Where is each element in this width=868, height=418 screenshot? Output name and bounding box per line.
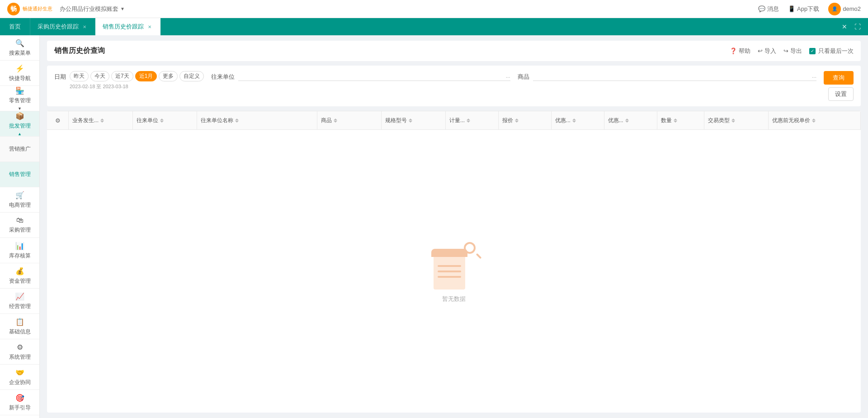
user-avatar[interactable]: 👤 demo2 [828,3,861,15]
import-icon: ↩ [758,48,763,54]
doc-line1 [438,265,461,267]
app-download-nav[interactable]: 📱 App下载 [788,5,819,13]
sidebar-item-sales-mgmt[interactable]: 销售管理 [0,162,39,187]
magnifier-circle [464,242,476,254]
date-filter-group: 日期 昨天 今天 近7天 近1月 更多 自定义 2023-02-18 至 202… [54,71,204,90]
query-button[interactable]: 查询 [824,71,854,85]
page-header: 销售历史价查询 ❓ 帮助 ↩ 导入 ↪ 导出 ✓ [47,41,861,61]
date-btn-yesterday[interactable]: 昨天 [70,71,89,81]
sidebar-item-app-center[interactable]: 📱 应用中心 [0,415,39,418]
th-product[interactable]: 商品 [317,111,382,129]
th-counterpart-name-label: 往来单位名称 [201,117,233,124]
th-trade-type[interactable]: 交易类型 [704,111,769,129]
sidebar-item-ecommerce-mgmt[interactable]: 🛒 电商管理 [0,187,39,213]
tab-purchase-history[interactable]: 采购历史价跟踪 ✕ [30,18,95,35]
th-quantity[interactable]: 数量 [657,111,704,129]
product-filter-label: 商品 [518,71,529,81]
sidebar-item-label: 营销推广 [9,145,31,153]
th-discount1[interactable]: 优惠... [552,111,604,129]
tab-bar: 首页 采购历史价跟踪 ✕ 销售历史价跟踪 ✕ ✕ ⛶ [0,18,868,35]
th-pretax-price[interactable]: 优惠前无税单价 [769,111,861,129]
sort-icon [812,119,816,123]
message-icon: 💬 [758,5,765,12]
checkbox-checked-icon: ✓ [809,48,816,54]
th-quoted-price[interactable]: 报价 [499,111,552,129]
counterpart-filter-input[interactable] [238,71,505,81]
sort-icon [235,119,239,123]
product-filter-dots[interactable]: ... [812,73,816,79]
sidebar-item-purchase-mgmt[interactable]: 🛍 采购管理 [0,213,39,238]
help-action[interactable]: ❓ 帮助 [730,47,750,55]
import-action[interactable]: ↩ 导入 [758,47,776,55]
only-last-checkbox[interactable]: ✓ 只看最后一次 [809,47,854,55]
sidebar-item-basic-info[interactable]: 📋 基础信息 [0,314,39,339]
sidebar-item-label: 库存核算 [9,252,31,260]
logo-area: 畅 畅捷通好生意 [7,3,52,15]
tab-sales-history-close[interactable]: ✕ [146,24,153,30]
th-counterpart-name[interactable]: 往来单位名称 [197,111,318,129]
export-action[interactable]: ↪ 导出 [783,47,802,55]
system-mgmt-icon: ⚙ [17,343,23,352]
tab-sales-history[interactable]: 销售历史价跟踪 ✕ [95,18,160,35]
sidebar-item-system-mgmt[interactable]: ⚙ 系统管理 [0,339,39,365]
sidebar-item-finance-mgmt[interactable]: 💰 资金管理 [0,263,39,289]
sidebar-item-marketing[interactable]: 营销推广 [0,137,39,162]
date-btn-more[interactable]: 更多 [159,71,178,81]
date-filter-content: 昨天 今天 近7天 近1月 更多 自定义 2023-02-18 至 2023-0… [70,71,204,90]
sidebar-item-operation-mgmt[interactable]: 📈 经营管理 [0,289,39,314]
tab-purchase-history-label: 采购历史价跟踪 [38,23,79,31]
chevron-down-icon: ▼ [18,106,22,111]
finance-mgmt-icon: 💰 [15,267,24,276]
app-download-label: App下载 [797,5,819,13]
tab-purchase-history-close[interactable]: ✕ [81,24,88,30]
th-discount2[interactable]: 优惠... [604,111,657,129]
th-unit[interactable]: 计量... [446,111,499,129]
th-discount2-label: 优惠... [608,117,623,124]
sidebar: 🔍 搜索菜单 ⚡ 快捷导航 🏪 零售管理 ▼ 📦 批发管理 ▲ 营销推广 销售管… [0,35,40,418]
sort-icon [674,119,677,123]
sidebar-item-inventory[interactable]: 📊 库存核算 [0,238,39,263]
th-counterpart-code[interactable]: 往来单位 [133,111,197,129]
sidebar-item-enterprise-coop[interactable]: 🤝 企业协同 [0,365,39,390]
app-selector[interactable]: 办公用品行业模拟账套 ▼ [56,3,128,15]
sidebar-item-label: 快捷导航 [9,75,31,82]
date-buttons: 昨天 今天 近7天 近1月 更多 自定义 [70,71,204,81]
tab-home[interactable]: 首页 [0,18,30,35]
date-btn-last1month[interactable]: 近1月 [135,71,157,81]
sidebar-item-quick-nav[interactable]: ⚡ 快捷导航 [0,61,39,86]
th-spec[interactable]: 规格型号 [382,111,446,129]
doc-header [431,249,467,257]
th-biz-date[interactable]: 业务发生... [69,111,133,129]
message-nav[interactable]: 💬 消息 [758,5,779,13]
sort-icon [409,119,412,123]
main-layout: 🔍 搜索菜单 ⚡ 快捷导航 🏪 零售管理 ▼ 📦 批发管理 ▲ 营销推广 销售管… [0,35,868,418]
product-filter-input[interactable] [533,71,812,81]
empty-text: 暂无数据 [442,295,466,303]
counterpart-filter-dots[interactable]: ... [506,73,510,79]
page-header-actions: ❓ 帮助 ↩ 导入 ↪ 导出 ✓ 只看最后一次 [730,47,854,55]
doc-line2 [438,271,461,272]
sort-icon [100,119,104,123]
settings-button[interactable]: 设置 [828,87,854,101]
username-label: demo2 [843,5,861,12]
sidebar-item-label: 零售管理 [9,97,31,104]
content-area: 销售历史价查询 ❓ 帮助 ↩ 导入 ↪ 导出 ✓ [40,35,868,418]
message-label: 消息 [767,5,779,13]
sidebar-item-wholesale-mgmt[interactable]: 📦 批发管理 ▲ [0,111,39,137]
sort-icon [572,119,576,123]
date-btn-today[interactable]: 今天 [90,71,109,81]
page-title: 销售历史价查询 [54,46,105,56]
tab-maximize[interactable]: ⛶ [853,21,863,32]
sidebar-item-new-guide[interactable]: 🎯 新手引导 [0,390,39,415]
sidebar-item-label: 企业协同 [9,379,31,386]
sidebar-item-search-menu[interactable]: 🔍 搜索菜单 [0,35,39,61]
table-body: 暂无数据 [47,130,861,413]
sidebar-item-retail-mgmt[interactable]: 🏪 零售管理 ▼ [0,86,39,111]
app-selector-label: 办公用品行业模拟账套 [60,5,118,13]
tab-close-all[interactable]: ✕ [840,21,849,32]
date-btn-last7[interactable]: 近7天 [111,71,133,81]
purchase-mgmt-icon: 🛍 [16,216,24,224]
date-btn-custom[interactable]: 自定义 [179,71,204,81]
table-settings-icon[interactable]: ⚙ [47,111,69,129]
th-biz-date-label: 业务发生... [72,117,99,124]
